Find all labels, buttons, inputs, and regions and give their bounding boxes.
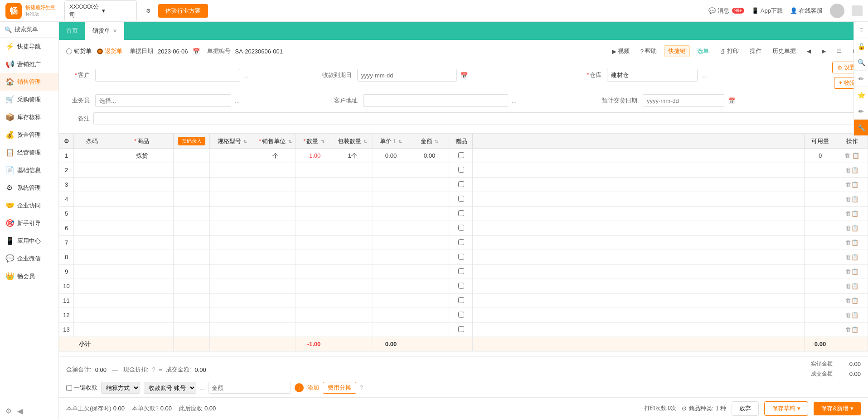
delete-row-icon[interactable]: 🗑 <box>845 297 851 304</box>
gift-checkbox[interactable] <box>458 312 464 318</box>
toolbar-operation-btn[interactable]: 操作 <box>746 46 765 57</box>
sidebar-item-quick-nav[interactable]: ⚡ 快捷导航 <box>0 38 58 55</box>
sidebar-settings-icon[interactable]: ⚙ <box>5 407 12 415</box>
sidebar-item-inventory[interactable]: 📦 库存核算 <box>0 108 58 126</box>
sidebar-item-weixin[interactable]: 💬 企业微信 <box>0 250 58 267</box>
customer-dots[interactable]: ... <box>244 72 249 79</box>
sidebar-item-operations[interactable]: 📋 经营管理 <box>0 144 58 161</box>
delete-row-icon[interactable]: 🗑 <box>845 254 851 260</box>
warehouse-dots[interactable]: ... <box>701 72 706 79</box>
sidebar-item-purchase[interactable]: 🛒 采购管理 <box>0 91 58 108</box>
copy-row-icon[interactable]: 📋 <box>851 283 858 289</box>
sidebar-item-system[interactable]: ⚙ 系统管理 <box>0 179 58 197</box>
list-view-icon[interactable]: ☰ <box>833 47 845 56</box>
radio-sale[interactable]: 销货单 <box>66 47 92 55</box>
toolbar-shortcut-btn[interactable]: 快捷键 <box>664 45 690 57</box>
toolbar-template-btn[interactable]: 选单 <box>693 46 713 57</box>
toolbar-print-btn[interactable]: 🖨 打印 <box>716 46 742 57</box>
app-download-btn[interactable]: 📱 App下载 <box>752 7 783 15</box>
delete-row-icon[interactable]: 🗑 <box>845 196 851 202</box>
copy-row-icon[interactable]: 📋 <box>851 181 858 188</box>
save-draft-button[interactable]: 保存草稿 ▾ <box>764 401 808 416</box>
price-info-icon[interactable]: ℹ <box>393 138 396 144</box>
gift-checkbox[interactable] <box>458 326 464 332</box>
customer-addr-input[interactable] <box>363 94 508 107</box>
delete-row-icon[interactable]: 🗑 <box>844 152 850 159</box>
gift-checkbox[interactable] <box>458 239 464 245</box>
gift-checkbox[interactable] <box>458 167 464 173</box>
delete-row-icon[interactable]: 🗑 <box>845 283 851 289</box>
delete-row-icon[interactable]: 🗑 <box>845 239 851 246</box>
radio-sale-input[interactable] <box>66 48 72 54</box>
row-pkg-qty[interactable]: 1个 <box>332 149 373 163</box>
th-scan[interactable]: 扫码录入 <box>174 134 210 149</box>
payment-method-select[interactable]: 结算方式 <box>101 382 140 394</box>
discount-info-icon[interactable]: ? <box>152 366 155 373</box>
copy-row-icon[interactable]: 📋 <box>851 268 858 275</box>
float-btn-1[interactable]: ≡ <box>854 22 868 38</box>
row-barcode[interactable] <box>74 149 110 163</box>
sidebar-item-basic-info[interactable]: 📄 基础信息 <box>0 161 58 179</box>
gift-checkbox[interactable] <box>458 297 464 303</box>
copy-row-icon[interactable]: 📋 <box>851 239 858 246</box>
float-btn-6[interactable]: ✏ <box>854 103 868 120</box>
th-spec-sort[interactable]: ⇅ <box>243 139 247 144</box>
radio-return-input[interactable] <box>97 48 103 54</box>
customer-input[interactable] <box>95 69 240 82</box>
delete-row-icon[interactable]: 🗑 <box>845 312 851 318</box>
th-gear[interactable]: ⚙ <box>59 134 74 149</box>
online-service-btn[interactable]: 👤 在线客服 <box>790 7 823 15</box>
radio-return[interactable]: 退货单 <box>97 47 122 55</box>
copy-row-icon[interactable]: 📋 <box>851 254 858 260</box>
gift-checkbox[interactable] <box>458 254 464 260</box>
trial-button[interactable]: 体验行业方案 <box>158 4 208 18</box>
toolbar-history-btn[interactable]: 历史单据 <box>769 46 800 57</box>
gift-checkbox[interactable] <box>458 152 464 158</box>
sidebar-search[interactable]: 🔍 搜索菜单 <box>0 22 58 38</box>
th-qty-sort[interactable]: ⇅ <box>321 139 325 144</box>
row-amount[interactable]: 0.00 <box>409 149 450 163</box>
copy-row-icon[interactable]: 📋 <box>851 326 858 333</box>
warehouse-input[interactable] <box>607 69 698 82</box>
th-amount-sort[interactable]: ⇅ <box>435 139 438 144</box>
copy-row-icon[interactable]: 📋 <box>851 167 858 173</box>
calendar-icon[interactable]: 📅 <box>193 48 200 55</box>
toolbar-help-btn[interactable]: ? 帮助 <box>637 46 660 57</box>
avatar-arrow[interactable] <box>852 5 863 16</box>
th-price-sort[interactable]: ⇅ <box>398 139 402 144</box>
calendar2-icon[interactable]: 📅 <box>461 72 468 79</box>
add-pay-button[interactable]: + <box>295 383 304 392</box>
avatar[interactable] <box>830 4 844 18</box>
float-btn-7[interactable]: 🔧 <box>854 120 868 136</box>
tab-sales-order[interactable]: 销货单 ✕ <box>85 22 124 40</box>
one-click-pay-input[interactable] <box>66 385 72 391</box>
company-selector[interactable]: XXXXXX公司 ▾ <box>64 0 137 21</box>
account-dots[interactable]: ... <box>200 385 205 391</box>
copy-row-icon[interactable]: 📋 <box>851 297 858 304</box>
sidebar-item-guide[interactable]: 🎯 新手引导 <box>0 214 58 232</box>
owed-info-icon[interactable]: ? <box>155 405 159 412</box>
float-btn-4[interactable]: ✏ <box>854 71 868 87</box>
expense-split-button[interactable]: 费用分摊 <box>323 382 356 394</box>
calendar3-icon[interactable]: 📅 <box>728 97 735 104</box>
gift-checkbox[interactable] <box>458 225 464 231</box>
one-click-pay-checkbox[interactable]: 一键收款 <box>66 384 97 392</box>
gear-settings-icon[interactable]: ⚙ <box>142 6 155 15</box>
sidebar-item-finance[interactable]: 💰 资金管理 <box>0 126 58 144</box>
sidebar-item-app-center[interactable]: 📱 应用中心 <box>0 232 58 250</box>
copy-row-icon[interactable]: 📋 <box>851 312 858 318</box>
sidebar-collapse-icon[interactable]: ◀ <box>17 407 23 415</box>
account-select[interactable]: 收款账号 账号 <box>144 382 196 394</box>
gift-checkbox[interactable] <box>458 210 464 216</box>
scan-button[interactable]: 扫码录入 <box>178 137 205 145</box>
salesperson-input[interactable] <box>95 94 231 107</box>
gift-checkbox[interactable] <box>458 283 464 289</box>
expected-delivery-input[interactable] <box>643 94 724 107</box>
tab-close-icon[interactable]: ✕ <box>113 28 117 34</box>
due-date-input[interactable] <box>357 69 457 82</box>
row-qty[interactable]: -1.00 <box>296 149 332 163</box>
delete-row-icon[interactable]: 🗑 <box>845 181 851 188</box>
message-btn[interactable]: 💬 消息 99+ <box>708 7 744 15</box>
float-btn-3[interactable]: 🔍 <box>854 54 868 71</box>
copy-row-icon[interactable]: 📋 <box>851 225 858 231</box>
